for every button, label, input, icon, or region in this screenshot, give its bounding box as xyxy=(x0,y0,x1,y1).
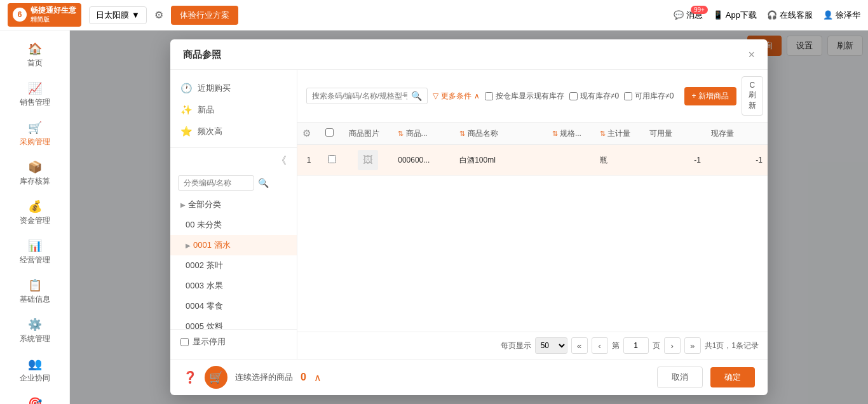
cancel-button[interactable]: 取消 xyxy=(657,367,703,388)
filter-label: 更多条件 xyxy=(441,91,471,102)
sort-spec-icon[interactable]: ⇅ xyxy=(552,130,558,137)
message-icon: 💬 xyxy=(674,10,684,20)
sidebar-item-home[interactable]: 🏠 首页 xyxy=(0,36,69,75)
sidebar-item-operation[interactable]: 📊 经营管理 xyxy=(0,232,69,272)
filter-button[interactable]: ▽ 更多条件 ∧ xyxy=(433,91,480,102)
pagination: 每页显示 50 100 200 « ‹ 第 页 › xyxy=(297,332,768,359)
app-download-nav[interactable]: 📱 App下载 xyxy=(713,10,757,21)
row-stock: -1 xyxy=(706,145,768,176)
th-checkbox xyxy=(320,123,343,145)
modal-body: 🕐 近期购买 ✨ 新品 ⭐ 频次高 xyxy=(170,70,768,359)
sidebar-item-sales-label: 销售管理 xyxy=(20,97,50,108)
select-all-checkbox[interactable] xyxy=(325,128,334,137)
help-icon[interactable]: ❓ xyxy=(183,370,197,384)
sidebar-item-system[interactable]: ⚙️ 系统管理 xyxy=(0,311,69,351)
cat-label: 全部分类 xyxy=(188,199,221,210)
sidebar-item-finance[interactable]: 💰 资金管理 xyxy=(0,193,69,232)
product-reference-modal: 商品参照 × 🕐 近期购买 ✨ 新 xyxy=(170,39,768,395)
cat-item-0005[interactable]: 0005 饮料 xyxy=(170,316,297,329)
next-page-button[interactable]: › xyxy=(664,337,681,354)
row-checkbox[interactable] xyxy=(328,155,336,163)
footer-collapse-icon[interactable]: ∧ xyxy=(314,372,322,384)
sort-unit-icon[interactable]: ⇅ xyxy=(600,130,606,137)
guide-icon: 🎯 xyxy=(28,396,42,404)
check-warehouse-label[interactable]: 按仓库显示现有库存 xyxy=(485,91,564,102)
table-settings-icon[interactable]: ⚙ xyxy=(302,128,311,138)
sidebar-item-purchase[interactable]: 🛒 采购管理 xyxy=(0,114,69,154)
sidebar-item-inventory[interactable]: 📦 库存核算 xyxy=(0,154,69,193)
modal-right-panel: 🔍 ▽ 更多条件 ∧ 按仓库显示现有库存 xyxy=(297,70,768,359)
sidebar-item-system-label: 系统管理 xyxy=(20,333,50,344)
prev-page-button[interactable]: ‹ xyxy=(592,337,608,354)
category-search-input[interactable] xyxy=(178,175,254,191)
search-icon[interactable]: 🔍 xyxy=(411,91,422,101)
th-unit: ⇅ 主计量 xyxy=(595,123,644,145)
new-product-item[interactable]: ✨ 新品 xyxy=(170,99,297,121)
store-selector[interactable]: 日太阳膜 ▼ xyxy=(89,6,147,24)
row-code: 000600... xyxy=(393,145,454,176)
table-row[interactable]: 1 🖼 xyxy=(297,145,768,176)
frequent-item[interactable]: ⭐ 频次高 xyxy=(170,121,297,142)
th-stock: 现存量 xyxy=(706,123,768,145)
category-search-icon[interactable]: 🔍 xyxy=(258,178,269,188)
sidebar-item-sales[interactable]: 📈 销售管理 xyxy=(0,75,69,114)
cat-item-0002[interactable]: 0002 茶叶 xyxy=(170,255,297,276)
refresh-button[interactable]: C 刷新 xyxy=(742,76,763,116)
sidebar-item-basic-info[interactable]: 📋 基础信息 xyxy=(0,272,69,311)
user-menu[interactable]: 👤 徐泽华 xyxy=(823,10,860,21)
trial-button[interactable]: 体验行业方案 xyxy=(171,6,238,25)
new-product-label: 新品 xyxy=(198,104,214,116)
page-number-input[interactable] xyxy=(623,337,649,354)
check-warehouse[interactable] xyxy=(485,92,493,100)
add-product-button[interactable]: + 新增商品 xyxy=(684,87,736,105)
app-download-label: App下载 xyxy=(726,10,757,21)
sidebar-item-operation-label: 经营管理 xyxy=(20,255,50,266)
sidebar-item-guide[interactable]: 🎯 新手引导 xyxy=(0,390,69,404)
check-existing-label[interactable]: 现有库存≠0 xyxy=(569,91,619,102)
product-image: 🖼 xyxy=(358,150,378,170)
logo-icon: 6 xyxy=(13,8,27,22)
sort-code-icon[interactable]: ⇅ xyxy=(398,130,403,137)
page-size-select[interactable]: 50 100 200 xyxy=(535,337,567,354)
check-available[interactable] xyxy=(624,92,632,100)
product-search-input[interactable] xyxy=(312,91,407,100)
cat-item-00[interactable]: 00 未分类 xyxy=(170,215,297,235)
cat-item-all[interactable]: ▶ 全部分类 xyxy=(170,194,297,215)
basic-info-icon: 📋 xyxy=(28,278,42,292)
check-available-label[interactable]: 可用库存≠0 xyxy=(624,91,674,102)
check-existing[interactable] xyxy=(569,92,578,100)
frequent-icon: ⭐ xyxy=(180,126,193,137)
recent-purchase-item[interactable]: 🕐 近期购买 xyxy=(170,77,297,99)
cart-icon[interactable]: 🛒 xyxy=(205,366,227,389)
modal-close-button[interactable]: × xyxy=(748,48,755,62)
user-name: 徐泽华 xyxy=(836,10,860,21)
filter-arrow: ∧ xyxy=(474,91,480,100)
last-page-button[interactable]: » xyxy=(684,337,701,354)
logo: 6 畅捷通好生意 精简版 xyxy=(8,3,81,26)
confirm-button[interactable]: 确定 xyxy=(710,367,755,387)
headset-icon: 🎧 xyxy=(767,10,777,20)
message-nav[interactable]: 💬 消息 99+ xyxy=(674,10,703,21)
filter-icon: ▽ xyxy=(433,91,438,100)
sidebar-item-finance-label: 资金管理 xyxy=(20,215,50,226)
first-page-button[interactable]: « xyxy=(571,337,588,354)
avatar: 👤 xyxy=(823,10,833,20)
recent-purchase-label: 近期购买 xyxy=(198,83,231,94)
collapse-left-button[interactable]: 《 xyxy=(271,152,292,170)
row-index: 1 xyxy=(297,145,320,176)
sidebar-item-enterprise[interactable]: 👥 企业协同 xyxy=(0,351,69,390)
sidebar-item-purchase-label: 采购管理 xyxy=(20,137,50,147)
settings-icon[interactable]: ⚙ xyxy=(154,9,163,21)
row-checkbox-cell xyxy=(320,145,343,176)
sort-name-icon[interactable]: ⇅ xyxy=(459,130,465,137)
row-spec xyxy=(547,145,595,176)
service-nav[interactable]: 🎧 在线客服 xyxy=(767,10,813,21)
selected-count: 0 xyxy=(301,372,306,383)
cat-arrow: ▶ xyxy=(180,201,186,208)
cat-item-0003[interactable]: 0003 水果 xyxy=(170,276,297,296)
modal-footer: ❓ 🛒 连续选择的商品 0 ∧ 取消 确定 xyxy=(170,359,768,395)
product-table: ⚙ 商品图片 xyxy=(297,123,768,176)
show-disabled-checkbox[interactable] xyxy=(180,338,189,346)
cat-item-0001[interactable]: ▶ 0001 酒水 xyxy=(170,235,297,255)
cat-item-0004[interactable]: 0004 零食 xyxy=(170,296,297,316)
